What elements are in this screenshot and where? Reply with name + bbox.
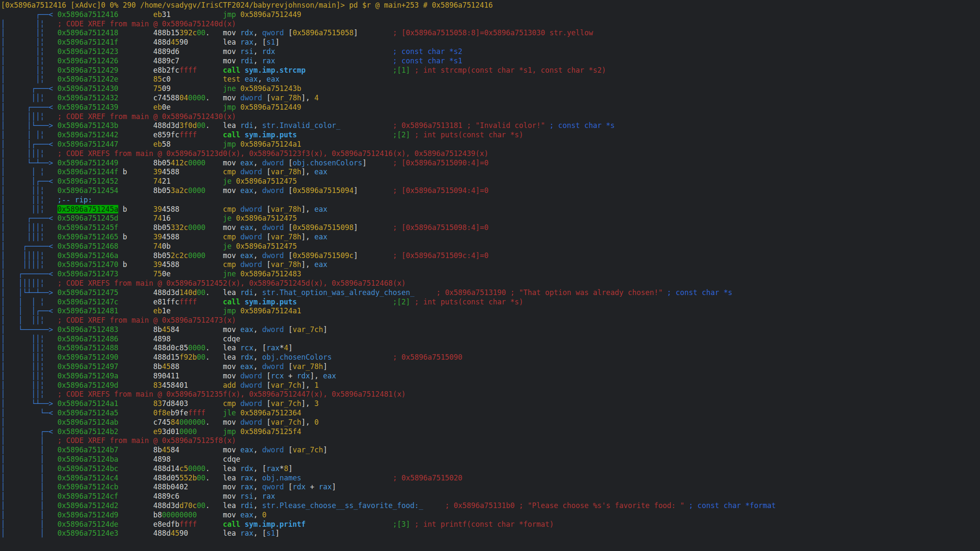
text-segment: 0x5896a751243b <box>240 84 301 93</box>
text-segment: , <box>254 159 262 167</box>
text-segment: [ <box>262 94 271 102</box>
text-segment: mov <box>223 47 240 56</box>
text-segment <box>205 409 223 417</box>
text-segment: , <box>254 186 262 195</box>
text-segment: ; [0x5896a7515098:4]=0 <box>393 223 488 232</box>
text-segment: │ │ │╎ <box>1 131 57 139</box>
text-segment <box>118 446 153 454</box>
text-segment: , <box>254 353 262 361</box>
text-segment: 58 <box>162 140 171 148</box>
text-segment: 0x5896a7512475 <box>236 242 297 250</box>
text-segment: mov <box>223 372 240 380</box>
text-segment: e9 <box>153 427 162 436</box>
text-segment: │ │ ╎ <box>1 168 57 176</box>
text-segment: dword <box>262 325 284 334</box>
text-segment: rax <box>240 529 254 537</box>
text-segment: cmp <box>223 260 240 269</box>
text-segment: ; 0x5896a7513190 ; "That option was alre… <box>436 288 667 297</box>
text-segment: 0000 <box>188 344 205 352</box>
text-segment: 0000 <box>188 159 205 167</box>
text-segment <box>118 464 153 473</box>
text-segment: ;[3] <box>393 520 414 528</box>
text-segment: 0x5896a7512364 <box>240 409 301 417</box>
text-segment: ffff <box>179 131 197 139</box>
text-segment <box>188 381 223 389</box>
asm-0x5896a751249d: │ ││╎ 0x5896a751249d 83458401 add dword … <box>1 381 980 390</box>
text-segment <box>127 260 153 269</box>
text-segment: jle <box>223 409 240 417</box>
text-segment: b8 <box>153 511 162 519</box>
text-segment: 0x5896a7515094 <box>293 186 353 195</box>
text-segment: sym.imp.puts <box>245 298 297 306</box>
text-segment: , <box>254 492 262 500</box>
text-segment: rdx <box>297 372 310 380</box>
terminal[interactable]: [0x5896a7512416 [xAdvc]0 0% 290 /home/vs… <box>0 0 980 551</box>
text-segment: │ │└┴─┴──> <box>1 288 57 297</box>
text-segment: 488d3d <box>153 501 179 510</box>
text-segment: dword <box>262 186 284 195</box>
text-segment: 0x5896a751243b <box>57 121 118 130</box>
text-segment: jne <box>223 270 240 278</box>
text-segment <box>118 520 153 528</box>
text-segment: ] <box>323 446 328 454</box>
text-segment <box>118 75 153 83</box>
text-segment: eax <box>240 446 254 454</box>
text-segment <box>297 131 393 139</box>
text-segment: 0x5896a75124a5 <box>57 409 118 417</box>
text-segment: 4898 <box>153 335 171 343</box>
asm-0x5896a75124d9: │ │ 0x5896a75124d9 b800000000 mov eax, 0 <box>1 511 980 520</box>
text-segment: test <box>223 75 245 83</box>
text-segment: . <box>205 121 210 130</box>
text-segment: 0x5896a7512465 <box>57 233 118 241</box>
text-segment: 85 <box>153 75 162 83</box>
text-segment: mov <box>223 362 240 371</box>
text-segment: │ │ <box>1 446 57 454</box>
text-segment: 3a2c <box>171 186 188 195</box>
text-segment: │ │ │ ╎ <box>1 298 57 306</box>
text-segment: │ │╎ <box>1 28 57 37</box>
text-segment: │ │ <box>1 436 57 445</box>
text-segment: 488d05 <box>153 474 179 482</box>
text-segment: 0x5896a751509c <box>293 251 353 260</box>
text-segment: ] <box>275 38 279 46</box>
text-segment: 0x5896a7512488 <box>57 344 118 352</box>
asm-0x5896a7512468: │ ┌─────< 0x5896a7512468 740b je 0x5896a… <box>1 242 980 251</box>
text-segment: lea <box>223 38 240 46</box>
text-segment: call <box>223 66 245 74</box>
text-segment: 45 <box>171 529 179 537</box>
asm-0x5896a7512429: │ │╎ 0x5896a7512429 e8b2fcffff call sym.… <box>1 66 980 75</box>
text-segment: │ │┌──< <box>1 177 57 185</box>
text-segment: │ │ <box>1 474 57 482</box>
text-segment <box>118 103 153 111</box>
asm-0x5896a7512447: │ │┌───< 0x5896a7512447 eb58 jmp 0x5896a… <box>1 140 980 149</box>
text-segment: │ ││╎ <box>1 205 57 213</box>
text-segment: dword <box>262 159 284 167</box>
text-segment: , <box>254 288 262 297</box>
text-segment <box>118 186 153 195</box>
text-segment <box>210 344 223 352</box>
text-segment <box>118 177 153 185</box>
asm-0x5896a751247c: │ │ │ ╎ 0x5896a751247c e81ffcffff call s… <box>1 298 980 307</box>
asm-0x5896a7512481: │ │ │┌──< 0x5896a7512481 eb1e jmp 0x5896… <box>1 307 980 316</box>
text-segment: e8edfb <box>153 520 179 528</box>
text-segment <box>171 335 223 343</box>
text-segment: , <box>254 446 262 454</box>
text-segment: 458401 <box>162 381 188 389</box>
text-segment: c74588 <box>153 94 179 102</box>
text-segment: 0x5896a7512439 <box>57 103 118 111</box>
text-segment: 8b <box>153 362 162 371</box>
text-segment: mov <box>223 483 240 491</box>
text-segment: 75 <box>153 84 162 93</box>
text-segment: var_78h <box>271 94 302 102</box>
asm-0x5896a7512432: │ ││╎ 0x5896a7512432 c74588040000. mov d… <box>1 94 980 103</box>
text-segment <box>127 168 153 176</box>
text-segment: │ │ <box>1 501 57 510</box>
text-segment: call <box>223 520 245 528</box>
text-segment <box>210 501 223 510</box>
text-segment: ; int puts(const char *s) <box>414 131 523 139</box>
text-segment: ┌──< <box>1 10 57 19</box>
text-segment <box>210 474 223 482</box>
text-segment <box>171 75 223 83</box>
text-segment: │ │ <box>1 492 57 500</box>
text-segment: ; 0x5896a75131b0 ; "Please choose %s's f… <box>445 501 689 510</box>
